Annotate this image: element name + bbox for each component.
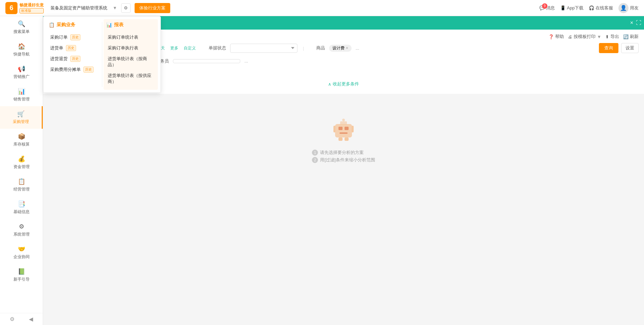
menu-item-goods-receipt-stats[interactable]: 进货单统计表（按商品）: [106, 53, 155, 70]
purchase-expense-label: 采购费用分摊单: [50, 67, 81, 73]
menu-item-purchase-order-exec[interactable]: 采购订单执行表: [106, 43, 155, 53]
menu-item-goods-receipt[interactable]: 进货单 历史: [49, 43, 98, 53]
purchase-section-title: 📋 采购业务: [49, 22, 98, 28]
report-section: 📊 报表 采购订单统计表 采购订单执行表 进货单统计表（按商品） 进货单统计表（…: [104, 19, 158, 90]
purchase-business-section: 📋 采购业务 采购订单 历史 进货单 历史 进货退货 历史 采购费用分摊单 历史: [49, 22, 98, 87]
report-section-icon: 📊: [106, 22, 112, 28]
history-badge: 历史: [70, 34, 80, 40]
menu-item-purchase-order-stats[interactable]: 采购订单统计表: [106, 32, 155, 43]
purchase-return-label: 进货退货: [50, 56, 68, 62]
history-badge: 历史: [83, 67, 94, 73]
menu-item-purchase-return[interactable]: 进货退货 历史: [49, 53, 98, 64]
purchase-order-label: 采购订单: [50, 34, 68, 40]
report-section-title: 📊 报表: [106, 22, 155, 28]
history-badge: 历史: [66, 45, 76, 51]
menu-item-purchase-order[interactable]: 采购订单 历史: [49, 32, 98, 43]
menu-item-goods-supplier-stats[interactable]: 进货单统计表（按供应商）: [106, 70, 155, 87]
purchase-dropdown-menu: 📋 采购业务 采购订单 历史 进货单 历史 进货退货 历史 采购费用分摊单 历史…: [43, 16, 161, 93]
menu-divider: [102, 22, 102, 87]
menu-item-purchase-expense[interactable]: 采购费用分摊单 历史: [49, 64, 98, 75]
purchase-section-icon: 📋: [49, 22, 55, 28]
history-badge: 历史: [70, 56, 80, 62]
goods-receipt-label: 进货单: [50, 45, 63, 51]
